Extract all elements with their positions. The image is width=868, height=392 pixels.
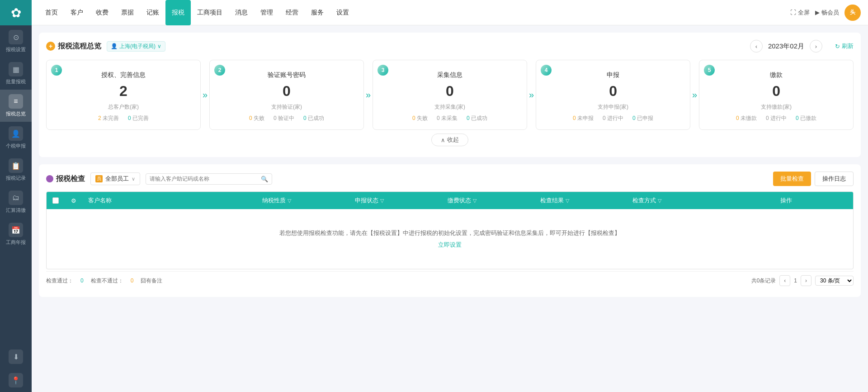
step-2-stat-2-value[interactable]: 0	[303, 115, 307, 121]
employee-filter-button[interactable]: 员 全部员工 ∨	[90, 172, 140, 185]
nav-tax[interactable]: 报税	[165, 0, 191, 25]
sidebar-item-download[interactable]: ⬇	[0, 345, 32, 368]
operation-log-button[interactable]: 操作日志	[815, 172, 854, 186]
prev-month-button[interactable]: ‹	[750, 40, 763, 53]
action-buttons: 批量检查 操作日志	[773, 172, 854, 186]
location-badge[interactable]: 👤 上海(电子税局) ∨	[107, 41, 165, 52]
personal-report-icon: 👤	[9, 126, 23, 141]
nav-home[interactable]: 首页	[39, 0, 64, 25]
tax-record-icon: 📋	[9, 158, 23, 173]
sidebar-item-annual-report[interactable]: 📅 工商年报	[0, 218, 32, 250]
table-footer: 检查通过： 0 检查不通过： 0 囧有备注 共0条记录 ‹ 1 › 30 条/页…	[46, 271, 854, 290]
nav-management[interactable]: 管理	[254, 0, 279, 25]
collapse-label: 收起	[447, 136, 459, 144]
sidebar-item-tax-overview[interactable]: ≡ 报税总览	[0, 90, 32, 122]
header-pay-status[interactable]: 缴费状态 ▽	[442, 192, 535, 209]
step-2-stat-1-value: 0	[274, 115, 277, 121]
step-3-sub: 支持采集(家)	[434, 103, 465, 111]
step-4-sub: 支持申报(家)	[598, 103, 628, 111]
fullscreen-icon: ⛶	[790, 9, 796, 16]
top-navigation: 首页 客户 收费 票据 记账 报税 工商项目 消息 管理 经营 服务 设置 ⛶ …	[32, 0, 868, 25]
search-icon[interactable]: 🔍	[261, 176, 268, 182]
settlement-icon: 🗂	[9, 191, 23, 205]
setup-link[interactable]: 立即设置	[438, 241, 462, 248]
filter-icon-declare: ▽	[380, 198, 384, 204]
step-1-sub: 总客户数(家)	[108, 103, 139, 111]
first-page-button[interactable]: ‹	[779, 275, 790, 286]
collapse-icon: ∧	[441, 137, 445, 143]
step-4-stats: 0 未申报 0 进行中 0 已申报	[573, 115, 653, 122]
step-1-stat-0-value[interactable]: 2	[98, 115, 101, 121]
sidebar: ✿ ⊙ 报税设置 ▦ 批量报税 ≡ 报税总览 👤 个税申报 📋 报税记录 🗂 汇…	[0, 0, 32, 392]
step-2-stat-0-value[interactable]: 0	[249, 115, 252, 121]
empty-text: 若您想使用报税检查功能，请先在【报税设置】中进行报税的初始化设置，完成密码验证和…	[65, 227, 835, 239]
next-page-button[interactable]: ›	[801, 275, 811, 286]
step-2-card: 2 验证账号密码 0 支持验证(家) 0 失败 0 验证中 0 已成功	[209, 60, 364, 130]
step-divider-3: »	[527, 60, 536, 130]
pass-value[interactable]: 0	[80, 277, 84, 284]
collapse-button[interactable]: ∧ 收起	[431, 134, 468, 146]
batch-check-button[interactable]: 批量检查	[773, 172, 811, 186]
sidebar-item-tax-record[interactable]: 📋 报税记录	[0, 154, 32, 186]
step-1-stat-1-value[interactable]: 0	[128, 115, 131, 121]
step-3-label: 采集信息	[437, 71, 462, 79]
step-1-value: 2	[119, 83, 127, 100]
employee-icon: 员	[95, 175, 103, 182]
topnav-right: ⛶ 全屏 ▶ 畅会员 头	[790, 5, 861, 21]
steps-row: 1 授权、完善信息 2 总客户数(家) 2 未完善 0 已完善 » 2 验证账号…	[46, 60, 854, 130]
tax-settings-icon: ⊙	[9, 30, 23, 44]
fullscreen-button[interactable]: ⛶ 全屏	[790, 9, 810, 17]
sidebar-item-batch-tax[interactable]: ▦ 批量报税	[0, 57, 32, 90]
step-5-label: 缴款	[770, 71, 783, 79]
filter-icon-check-method: ▽	[658, 198, 661, 204]
per-page-select[interactable]: 30 条/页50 条/页100 条/页	[815, 276, 854, 286]
sidebar-item-label: 报税设置	[6, 46, 26, 53]
nav-biz[interactable]: 工商项目	[191, 0, 229, 25]
batch-tax-icon: ▦	[9, 62, 23, 76]
header-declare-status[interactable]: 申报状态 ▽	[349, 192, 442, 209]
table-body: 若您想使用报税检查功能，请先在【报税设置】中进行报税的初始化设置，完成密码验证和…	[47, 209, 853, 269]
sidebar-item-personal-report[interactable]: 👤 个税申报	[0, 122, 32, 154]
fail-label: 检查不通过：	[91, 277, 123, 285]
download-icon: ⬇	[9, 349, 23, 364]
filter-icon-check-result: ▽	[566, 198, 569, 204]
filter-label: 全部员工	[105, 175, 129, 183]
nav-bookkeeping[interactable]: 记账	[140, 0, 165, 25]
header-check-result[interactable]: 检查结果 ▽	[535, 192, 627, 209]
header-tax-nature[interactable]: 纳税性质 ▽	[257, 192, 349, 209]
next-month-button[interactable]: ›	[810, 40, 822, 53]
nav-service[interactable]: 服务	[305, 0, 330, 25]
tax-overview-icon: ≡	[9, 94, 23, 109]
search-input[interactable]	[150, 176, 261, 182]
nav-message[interactable]: 消息	[229, 0, 254, 25]
fail-value[interactable]: 0	[131, 277, 134, 284]
step-divider-4: »	[690, 60, 699, 130]
header-checkbox[interactable]	[47, 192, 65, 209]
step-1-stat-1-text: 已完善	[132, 115, 149, 121]
step-5-value: 0	[772, 83, 780, 100]
vip-button[interactable]: ▶ 畅会员	[815, 9, 839, 17]
step-1-stats: 2 未完善 0 已完善	[98, 115, 149, 122]
content-area: + 报税流程总览 👤 上海(电子税局) ∨ ‹ 2023年02月 › ↻ 刷新	[32, 25, 868, 392]
sidebar-item-settlement[interactable]: 🗂 汇算清缴	[0, 186, 32, 218]
location-person-icon: 👤	[111, 43, 118, 49]
note-label: 囧有备注	[141, 277, 162, 285]
step-1-card: 1 授权、完善信息 2 总客户数(家) 2 未完善 0 已完善	[46, 60, 201, 130]
step-divider-2: »	[364, 60, 373, 130]
collapse-row: ∧ 收起	[46, 130, 854, 150]
refresh-button[interactable]: ↻ 刷新	[835, 42, 854, 50]
nav-settings[interactable]: 设置	[330, 0, 355, 25]
nav-fee[interactable]: 收费	[90, 0, 115, 25]
nav-invoice[interactable]: 票据	[115, 0, 140, 25]
nav-operation[interactable]: 经营	[279, 0, 305, 25]
vip-icon: ▶	[815, 9, 820, 16]
sidebar-item-label: 汇算清缴	[6, 207, 26, 214]
nav-client[interactable]: 客户	[64, 0, 90, 25]
sidebar-item-location[interactable]: 📍	[0, 368, 32, 392]
header-check-method[interactable]: 检查方式 ▽	[627, 192, 720, 209]
header-settings[interactable]: ⚙	[65, 192, 83, 209]
select-all-checkbox[interactable]	[52, 197, 59, 204]
main-area: 首页 客户 收费 票据 记账 报税 工商项目 消息 管理 经营 服务 设置 ⛶ …	[32, 0, 868, 392]
sidebar-item-tax-settings[interactable]: ⊙ 报税设置	[0, 25, 32, 57]
step-5-number: 5	[704, 65, 715, 76]
